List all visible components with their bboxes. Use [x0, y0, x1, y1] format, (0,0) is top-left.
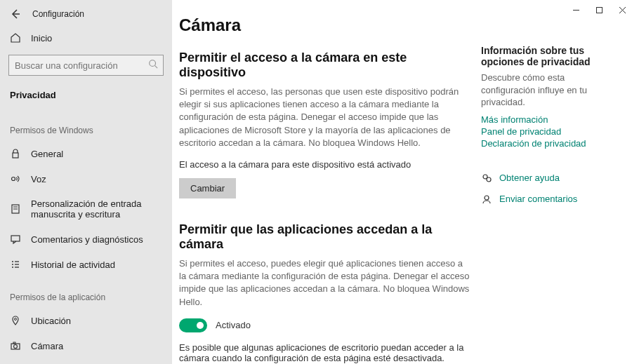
device-access-status: El acceso a la cámara para este disposit… — [179, 159, 470, 170]
aside-desc: Descubre cómo esta configuración influye… — [481, 72, 611, 109]
page-title: Cámara — [179, 15, 470, 35]
sidebar-item-home[interactable]: Inicio — [0, 25, 172, 50]
svg-point-0 — [150, 60, 156, 67]
window-controls — [572, 4, 626, 17]
sidebar-item-label: Comentarios y diagnósticos — [31, 234, 143, 245]
content-column: Cámara Permitir el acceso a la cámara en… — [179, 15, 481, 364]
sidebar-item-label: General — [31, 149, 63, 159]
sidebar-item-label: Historial de actividad — [31, 259, 115, 270]
sidebar-active-category: Privacidad — [0, 83, 172, 110]
sidebar-item-activity[interactable]: Historial de actividad — [0, 252, 172, 277]
camera-icon — [10, 340, 21, 351]
aside-link-more-info[interactable]: Más información — [481, 114, 611, 125]
ink-icon — [10, 203, 21, 215]
sidebar-item-inking[interactable]: Personalización de entrada manuscrita y … — [0, 191, 172, 227]
apps-access-toggle[interactable] — [179, 318, 207, 332]
sidebar-section-apps: Permisos de la aplicación — [0, 277, 172, 308]
svg-rect-2 — [13, 153, 18, 158]
minimize-button[interactable] — [572, 4, 580, 17]
close-button[interactable] — [619, 4, 626, 17]
svg-rect-7 — [11, 236, 20, 241]
feedback-link[interactable]: Enviar comentarios — [499, 194, 577, 204]
sidebar-section-windows: Permisos de Windows — [0, 110, 172, 141]
aside-title: Información sobre tus opciones de privac… — [481, 45, 611, 67]
app-title: Configuración — [32, 9, 84, 19]
aside-column: Información sobre tus opciones de privac… — [481, 15, 611, 364]
svg-point-16 — [14, 345, 18, 349]
svg-point-20 — [485, 196, 489, 200]
toggle-label: Activado — [216, 320, 251, 330]
sidebar-item-location[interactable]: Ubicación — [0, 308, 172, 333]
sidebar: Configuración Inicio Privacidad Permisos… — [0, 0, 172, 364]
sidebar-item-diagnostics[interactable]: Comentarios y diagnósticos — [0, 227, 172, 252]
help-link-row[interactable]: Obtener ayuda — [481, 173, 611, 184]
sidebar-item-label: Cámara — [31, 341, 63, 351]
desktop-apps-note: Es posible que algunas aplicaciones de e… — [179, 342, 470, 363]
sidebar-item-camera[interactable]: Cámara — [0, 333, 172, 358]
location-icon — [10, 315, 21, 326]
svg-point-14 — [15, 318, 17, 321]
back-button[interactable] — [10, 8, 21, 20]
feedback-icon — [10, 234, 21, 245]
svg-point-3 — [12, 177, 15, 181]
aside-link-privacy-statement[interactable]: Declaración de privacidad — [481, 138, 611, 149]
sidebar-item-label: Ubicación — [31, 316, 71, 326]
section-apps-title: Permitir que las aplicaciones accedan a … — [179, 222, 470, 252]
sidebar-item-voice[interactable]: Voz — [0, 166, 172, 191]
search-icon — [148, 59, 158, 72]
svg-rect-22 — [597, 8, 603, 13]
main-area: Cámara Permitir el acceso a la cámara en… — [172, 0, 632, 364]
search-input[interactable] — [8, 55, 164, 76]
section-device-desc: Si permites el acceso, las personas que … — [179, 86, 470, 149]
sidebar-item-label: Inicio — [31, 33, 52, 43]
svg-line-1 — [155, 66, 158, 69]
section-device-title: Permitir el acceso a la cámara en este d… — [179, 50, 470, 80]
help-link[interactable]: Obtener ayuda — [499, 173, 560, 183]
feedback-icon — [481, 194, 492, 205]
home-icon — [10, 32, 21, 43]
feedback-link-row[interactable]: Enviar comentarios — [481, 194, 611, 205]
aside-link-privacy-panel[interactable]: Panel de privacidad — [481, 126, 611, 137]
sidebar-item-general[interactable]: General — [0, 141, 172, 166]
activity-icon — [10, 259, 21, 270]
sidebar-item-label: Personalización de entrada manuscrita y … — [31, 198, 162, 220]
svg-rect-17 — [13, 342, 15, 344]
sidebar-item-label: Voz — [31, 174, 46, 184]
maximize-button[interactable] — [595, 4, 603, 17]
search-container — [8, 55, 164, 76]
svg-point-19 — [487, 177, 491, 182]
section-apps-desc: Si permites el acceso, puedes elegir qué… — [179, 257, 470, 309]
voice-icon — [10, 173, 21, 184]
change-button[interactable]: Cambiar — [179, 178, 236, 198]
lock-icon — [10, 148, 21, 159]
help-icon — [481, 173, 492, 184]
